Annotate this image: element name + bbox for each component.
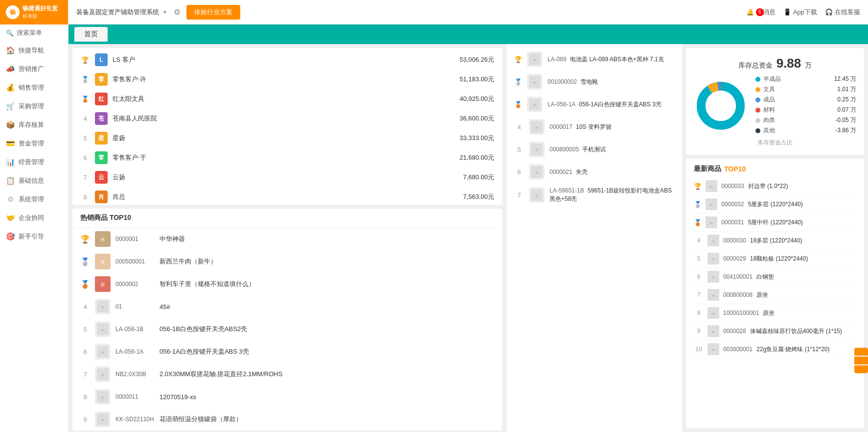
sidebar-logo: 畅 畅捷通好生意 标准版 bbox=[0, 0, 68, 24]
notification-icon: 🔔 bbox=[746, 8, 754, 16]
rank-number: 5 bbox=[80, 135, 90, 142]
list-item: 6 Ai 0000021 夹壳 bbox=[506, 161, 682, 183]
product-image: Ai bbox=[706, 216, 717, 228]
product-image: Ai bbox=[708, 253, 719, 264]
product-name: 中华神器 bbox=[160, 235, 494, 243]
product-code: NB2.0X30B bbox=[115, 371, 155, 378]
float-btn-community[interactable]: 服务社区 bbox=[854, 357, 868, 364]
inventory-icon: 📦 bbox=[6, 120, 15, 129]
product-code: 000500001 bbox=[115, 258, 155, 265]
customer-amount: 36,600.00元 bbox=[459, 114, 494, 123]
float-btn-customer-service[interactable]: 客服热线 bbox=[854, 348, 868, 356]
list-item: 🥉 Ai 0000031 5厘中纤 (1220*2440) bbox=[694, 214, 856, 232]
list-item: 8 Ai 10000100001 原坐 bbox=[694, 304, 856, 322]
product-name: 雪地靴 bbox=[580, 78, 598, 85]
product-code: 0000011 bbox=[115, 393, 155, 400]
avatar: L bbox=[95, 53, 108, 66]
avatar: 苍 bbox=[95, 112, 108, 125]
rank-number: 8 bbox=[80, 193, 90, 201]
inventory-total: 库存总资金 9.88 万 bbox=[694, 56, 856, 71]
product-code: 01 bbox=[115, 303, 155, 310]
svg-text:Ai: Ai bbox=[101, 418, 105, 422]
list-item: 4 Ai 0000017 10S 变料罗骏 bbox=[506, 116, 682, 138]
legend-dot bbox=[755, 108, 760, 113]
product-image: Ai bbox=[708, 325, 719, 337]
center-panel: 🏆 L LS 客户 53,006.26元 🥈 零 零售客户·许 51,183.0… bbox=[69, 44, 506, 432]
product-image: Ai bbox=[95, 321, 111, 337]
product-image: Ai bbox=[708, 289, 719, 301]
list-item: 🏆 图 0000001 中华神器 bbox=[72, 228, 502, 250]
customer-list: 🏆 L LS 客户 53,006.26元 🥈 零 零售客户·许 51,183.0… bbox=[72, 48, 502, 209]
table-row: 7 云 云扬 7,680.00元 bbox=[72, 168, 502, 187]
product-name: 45# bbox=[160, 303, 494, 311]
svg-text:Ai: Ai bbox=[533, 81, 537, 84]
app-download-item[interactable]: 📱 App下载 bbox=[783, 8, 817, 17]
system-name-text: 装备及固定资产辅助管理系统 bbox=[76, 8, 159, 17]
avatar: 云 bbox=[95, 171, 108, 184]
product-image: Ai bbox=[527, 51, 543, 67]
sidebar-item-cooperation[interactable]: 🤝 企业协同 bbox=[0, 209, 68, 227]
product-name: 夹壳 bbox=[576, 168, 588, 175]
product-image: Ai bbox=[95, 366, 111, 382]
rank-number: 7 bbox=[80, 371, 90, 378]
rank-number: 🏆 bbox=[80, 56, 90, 64]
product-image: Ai bbox=[529, 142, 545, 157]
sidebar-item-sales[interactable]: 💰 销售管理 bbox=[0, 78, 68, 97]
product-image: Ai bbox=[527, 74, 543, 90]
sidebar-item-operations[interactable]: 📊 经营管理 bbox=[0, 153, 68, 171]
product-code: 0000002 bbox=[115, 281, 155, 288]
svg-text:Ai: Ai bbox=[101, 328, 105, 332]
tab-home[interactable]: 首页 bbox=[74, 27, 108, 42]
product-code: 000800005 bbox=[549, 146, 579, 153]
svg-text:Ai: Ai bbox=[712, 258, 715, 261]
rank-number: 7 bbox=[514, 192, 524, 199]
product-image: 图 bbox=[95, 254, 111, 269]
purchase-icon: 🛒 bbox=[6, 102, 15, 111]
list-item: 7 Ai LA-59651-1B 59651-1B旋转投影灯电池盒ABS黑色+5… bbox=[506, 183, 682, 207]
table-row: 🥉 红 红太阳文具 40,925.00元 bbox=[72, 89, 502, 109]
sidebar-item-purchase[interactable]: 🛒 采购管理 bbox=[0, 97, 68, 116]
sidebar-item-quick-nav[interactable]: 🏠 快捷导航 bbox=[0, 41, 68, 60]
product-image: Ai bbox=[706, 180, 717, 192]
avatar: 红 bbox=[95, 93, 108, 105]
sidebar-item-finance[interactable]: 💳 资金管理 bbox=[0, 134, 68, 153]
product-name: 056-1A白色按键开关盖ABS 3壳 bbox=[160, 347, 494, 356]
headset-icon: 🎧 bbox=[825, 8, 833, 16]
latest-products-header: 最新商品 TOP10 bbox=[694, 165, 856, 173]
rank-icon: 🥈 bbox=[694, 201, 702, 208]
customer-amount: 33,333.00元 bbox=[459, 134, 494, 143]
legend-dot bbox=[755, 77, 760, 82]
donut-chart-container: 半成品 12.45 万 文具 1.01 万 成品 0.25 万 bbox=[694, 75, 856, 137]
logo-text: 畅捷通好生意 bbox=[23, 5, 58, 13]
online-service-item[interactable]: 🎧 在线客服 bbox=[825, 8, 860, 17]
system-name-selector[interactable]: 装备及固定资产辅助管理系统 ▼ bbox=[76, 8, 168, 17]
cooperation-icon: 🤝 bbox=[6, 214, 15, 222]
sidebar-item-marketing[interactable]: 📣 营销推广 bbox=[0, 60, 68, 78]
search-menu[interactable]: 🔍 搜索菜单 bbox=[0, 24, 68, 41]
legend-item: 半成品 12.45 万 bbox=[755, 75, 856, 83]
sidebar-item-system[interactable]: ⚙ 系统管理 bbox=[0, 190, 68, 209]
sidebar-item-inventory[interactable]: 📦 库存核算 bbox=[0, 116, 68, 134]
rank-number: 10 bbox=[694, 346, 704, 353]
product-code: 004100001 bbox=[723, 273, 753, 280]
rank-number: 🥈 bbox=[80, 76, 90, 83]
product-image: Ai bbox=[529, 164, 545, 180]
sidebar-item-basic-info[interactable]: 📋 基础信息 bbox=[0, 171, 68, 190]
notification-item[interactable]: 🔔 6 消息 bbox=[746, 8, 776, 17]
gear-icon[interactable]: ⚙ bbox=[174, 7, 181, 17]
chevron-down-icon: ▼ bbox=[162, 9, 168, 16]
svg-text:Ai: Ai bbox=[535, 194, 539, 197]
trial-btn[interactable]: 体验行业方案 bbox=[186, 5, 240, 20]
list-item: 🥉 图 0000002 智利车子里（规格不知道填什么） bbox=[72, 273, 502, 295]
rank-number: 8 bbox=[694, 310, 704, 316]
list-item: 7 Ai 000800008 原坐 bbox=[694, 286, 856, 304]
sidebar-item-guide[interactable]: 🎯 新手引导 bbox=[0, 227, 68, 246]
main-area: 装备及固定资产辅助管理系统 ▼ ⚙ 体验行业方案 🔔 6 消息 📱 App下载 … bbox=[69, 0, 868, 432]
marketing-icon: 📣 bbox=[6, 65, 15, 73]
product-code: 001000002 bbox=[548, 78, 577, 85]
float-buttons: 客服热线 服务社区 直播 bbox=[854, 348, 868, 373]
float-btn-live[interactable]: 直播 bbox=[854, 365, 868, 373]
list-item: 10 Ai 003800001 22g鱼豆腐·烧烤味 (1*12*20) bbox=[694, 340, 856, 359]
rank-trophy-icon: 🥉 bbox=[80, 280, 90, 289]
hot-products-title: 热销商品 TOP10 bbox=[80, 214, 131, 222]
